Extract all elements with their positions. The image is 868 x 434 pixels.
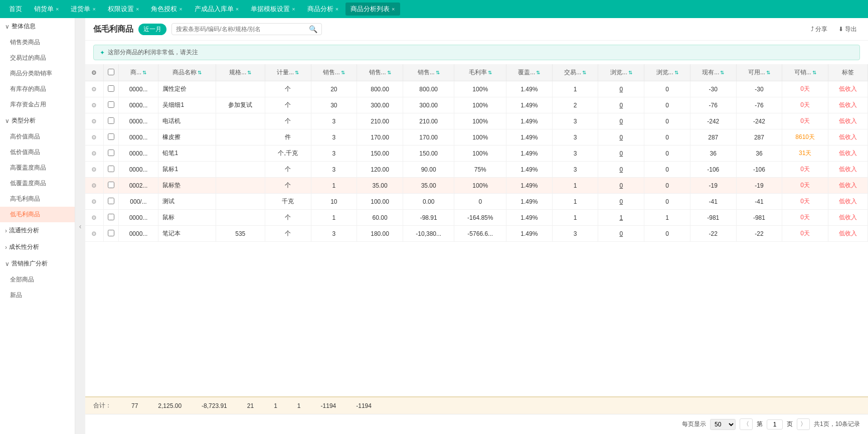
nav-product-analysis[interactable]: 商品分析× [302,3,343,16]
row-checkbox-8[interactable] [103,210,118,226]
nav-close-template[interactable]: × [292,6,295,12]
sidebar-item-high-value[interactable]: 高价值商品 [0,129,75,144]
sidebar-item-new-products[interactable]: 新品 [0,287,75,303]
row-select-2[interactable] [108,117,114,124]
row-checkbox-6[interactable] [103,178,118,194]
nav-close-sales-order[interactable]: × [56,6,59,12]
row-view1-6[interactable]: 0 [598,178,644,194]
row-name-4[interactable]: 铅笔1 [158,146,216,162]
row-select-4[interactable] [108,150,114,156]
prev-page-button[interactable]: 〈 [740,418,753,430]
next-page-button[interactable]: 〉 [797,418,810,430]
sidebar-group-type[interactable]: ∨ 类型分析 [0,112,75,129]
col-view2[interactable]: 浏览...⇅ [644,64,690,81]
row-name-5[interactable]: 鼠标1 [158,162,216,178]
sidebar-item-traded-products[interactable]: 交易过的商品 [0,50,75,66]
nav-close-role-auth[interactable]: × [179,6,182,12]
col-checkbox-all[interactable] [103,64,118,81]
nav-permission-settings[interactable]: 权限设置× [103,3,144,16]
nav-template-settings[interactable]: 单据模板设置× [246,3,300,16]
row-checkbox-7[interactable] [103,194,118,210]
row-view1-0[interactable]: 0 [598,81,644,97]
row-view1-4[interactable]: 0 [598,146,644,162]
row-checkbox-2[interactable] [103,113,118,129]
sidebar-item-all-products[interactable]: 全部商品 [0,272,75,287]
sidebar-item-high-gross[interactable]: 高毛利商品 [0,191,75,207]
col-tag[interactable]: 标签 [828,64,868,81]
col-settings[interactable]: ⚙ [85,64,103,81]
select-all-checkbox[interactable] [108,69,114,75]
row-select-5[interactable] [108,166,114,172]
row-name-0[interactable]: 属性定价 [158,81,216,97]
sidebar-group-overall[interactable]: ∨ 整体信息 [0,18,75,35]
row-settings-9[interactable]: ⚙ [85,226,103,242]
share-button[interactable]: ⤴ 分享 [808,24,830,35]
row-view1-7[interactable]: 0 [598,194,644,210]
row-view1-5[interactable]: 0 [598,162,644,178]
row-settings-7[interactable]: ⚙ [85,194,103,210]
col-product-name[interactable]: 商品名称⇅ [158,64,216,81]
row-view1-1[interactable]: 0 [598,97,644,113]
col-sales-qty[interactable]: 销售...⇅ [311,64,357,81]
filter-recent-month-button[interactable]: 近一月 [138,24,166,35]
row-select-0[interactable] [108,85,114,92]
search-input[interactable] [176,26,309,33]
row-settings-4[interactable]: ⚙ [85,146,103,162]
nav-close-purchase-order[interactable]: × [92,6,95,12]
col-current-stock[interactable]: 现有...⇅ [690,64,736,81]
col-trade-count[interactable]: 交易...⇅ [552,64,598,81]
col-spec[interactable]: 规格...⇅ [216,64,265,81]
nav-close-permission[interactable]: × [136,6,139,12]
col-gross-margin[interactable]: 毛利率⇅ [454,64,506,81]
nav-role-auth[interactable]: 角色授权× [146,3,187,16]
row-select-6[interactable] [108,182,114,188]
nav-purchase-order[interactable]: 进货单× [66,3,100,16]
row-select-3[interactable] [108,133,114,140]
sidebar-group-liquidity[interactable]: › 流通性分析 [0,222,75,239]
collapse-sidebar-button[interactable]: ‹ [75,18,85,434]
col-product-code[interactable]: 商...⇅ [118,64,158,81]
sidebar-item-in-stock[interactable]: 有库存的商品 [0,81,75,97]
row-settings-6[interactable]: ⚙ [85,178,103,194]
sidebar-group-marketing[interactable]: ∨ 营销推广分析 [0,255,75,272]
nav-home[interactable]: 首页 [4,3,27,16]
row-view1-9[interactable]: 0 [598,226,644,242]
row-checkbox-4[interactable] [103,146,118,162]
row-settings-0[interactable]: ⚙ [85,81,103,97]
sidebar-item-low-coverage[interactable]: 低覆盖度商品 [0,176,75,191]
col-available[interactable]: 可用...⇅ [736,64,782,81]
col-coverage[interactable]: 覆盖...⇅ [506,64,553,81]
sidebar-item-high-coverage[interactable]: 高覆盖度商品 [0,160,75,176]
row-checkbox-1[interactable] [103,97,118,113]
row-view1-8[interactable]: 1 [598,210,644,226]
row-select-1[interactable] [108,101,114,108]
col-unit[interactable]: 计量...⇅ [265,64,311,81]
row-name-7[interactable]: 测试 [158,194,216,210]
nav-close-analysis-list[interactable]: × [392,6,395,12]
row-name-3[interactable]: 橡皮擦 [158,129,216,146]
row-select-9[interactable] [108,230,114,236]
row-checkbox-3[interactable] [103,129,118,146]
page-size-select[interactable]: 50 10 20 100 [710,419,736,430]
col-sales-profit[interactable]: 销售...⇅ [403,64,454,81]
row-settings-3[interactable]: ⚙ [85,129,103,146]
row-name-2[interactable]: 电话机 [158,113,216,129]
row-view1-2[interactable]: 0 [598,113,644,129]
col-view1[interactable]: 浏览...⇅ [598,64,644,81]
row-view1-3[interactable]: 0 [598,129,644,146]
row-name-1[interactable]: 吴细细1 [158,97,216,113]
export-button[interactable]: ⬇ 导出 [835,24,860,35]
row-settings-5[interactable]: ⚙ [85,162,103,178]
nav-close-analysis[interactable]: × [335,6,338,12]
col-sellable-days[interactable]: 可销...⇅ [782,64,828,81]
row-checkbox-0[interactable] [103,81,118,97]
row-checkbox-9[interactable] [103,226,118,242]
page-number-input[interactable] [767,419,783,429]
nav-product-inbound[interactable]: 产成品入库单× [190,3,244,16]
row-checkbox-5[interactable] [103,162,118,178]
sidebar-item-low-gross[interactable]: 低毛利商品 [0,207,75,222]
nav-sales-order[interactable]: 销货单× [29,3,64,16]
sidebar-item-low-value[interactable]: 低价值商品 [0,144,75,160]
row-name-9[interactable]: 笔记本 [158,226,216,242]
sidebar-item-sales-products[interactable]: 销售类商品 [0,35,75,50]
